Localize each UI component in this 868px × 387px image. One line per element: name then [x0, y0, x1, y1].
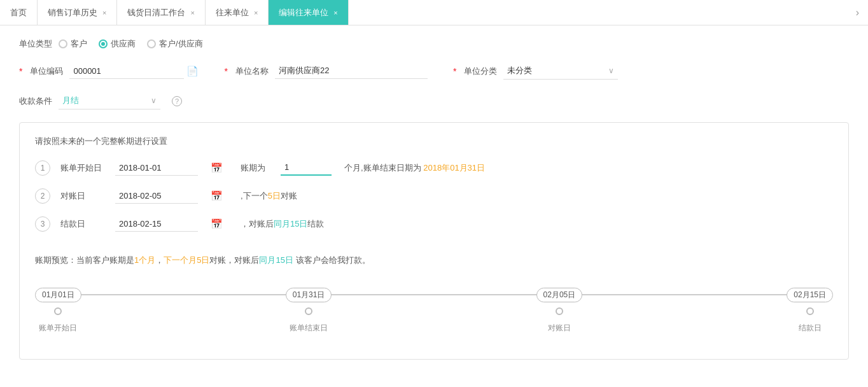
- step-date-input-2[interactable]: [115, 188, 198, 204]
- step-num-2: 2: [35, 188, 50, 204]
- payment-terms-row: 收款条件 月结 ∨ ?: [19, 92, 849, 109]
- node-circle-2: [556, 307, 563, 315]
- unit-code-input[interactable]: [69, 64, 184, 79]
- step-date-input-1[interactable]: [115, 160, 198, 176]
- page-content: 单位类型 客户供应商客户/供应商 * 单位编码 📄 * 单位名称 * 单位分类 …: [0, 25, 868, 387]
- tab-close-sales-history[interactable]: ×: [102, 9, 106, 17]
- step-desc-3: ，对账后同月15日结款: [241, 218, 324, 230]
- timeline-node-3: 02月15日 结款日: [787, 288, 833, 334]
- node-circle-0: [54, 307, 62, 315]
- steps-container: 1 账单开始日 📅 账期为 个月,账单结束日期为 2018年01月31日 2 对…: [35, 160, 833, 232]
- timeline-node-0: 01月01日 账单开始日: [35, 288, 81, 334]
- tab-cash-workbench[interactable]: 钱货日清工作台×: [117, 0, 205, 25]
- node-circle-1: [305, 307, 312, 315]
- payment-terms-label: 收款条件: [19, 95, 52, 107]
- timeline-node-2: 02月05日 对账日: [536, 288, 583, 334]
- unit-name-wrap: [275, 64, 428, 79]
- payment-terms-arrow-icon: ∨: [151, 96, 157, 105]
- unit-type-radio-group: 客户供应商客户/供应商: [59, 38, 203, 50]
- step-num-1: 1: [35, 160, 50, 176]
- node-label-2: 对账日: [548, 323, 571, 334]
- unit-category-value: 未分类: [507, 65, 605, 76]
- unit-name-input[interactable]: [275, 64, 428, 79]
- step-period-unit-1: 个月,账单结束日期为 2018年01月31日: [344, 162, 485, 174]
- preview-hl2: 下一个月5日: [164, 255, 209, 265]
- preview-hl3: 同月15日: [259, 255, 293, 265]
- calendar-icon-1[interactable]: 📅: [211, 162, 223, 174]
- timeline-wrap: 01月01日 账单开始日 01月31日 账单结束日 02月05日 对账日 02月…: [35, 281, 833, 346]
- step-label-2: 对账日: [60, 190, 105, 202]
- unit-type-label: 单位类型: [19, 38, 52, 50]
- tab-partner-units[interactable]: 往来单位×: [206, 0, 269, 25]
- step-date-input-3[interactable]: [115, 216, 198, 232]
- tab-sales-history[interactable]: 销售订单历史×: [38, 0, 117, 25]
- help-icon[interactable]: ?: [172, 96, 182, 106]
- step-row-2: 2 对账日 📅 ,下一个5日对账: [35, 188, 833, 204]
- radio-circle-supplier: [99, 39, 108, 48]
- tab-close-cash-workbench[interactable]: ×: [190, 9, 194, 17]
- node-label-1: 账单结束日: [290, 323, 328, 334]
- unit-info-row: * 单位编码 📄 * 单位名称 * 单位分类 未分类 ∨: [19, 62, 849, 80]
- calendar-icon-2[interactable]: 📅: [211, 190, 223, 202]
- name-required-star: *: [224, 66, 227, 76]
- tab-home[interactable]: 首页: [0, 0, 38, 25]
- tab-close-edit-partner[interactable]: ×: [333, 9, 337, 17]
- radio-circle-both: [147, 39, 156, 48]
- cat-required-star: *: [453, 66, 456, 76]
- radio-circle-customer: [59, 39, 67, 48]
- preview-text: 账期预览：当前客户账期是1个月，下一个月5日对账，对账后同月15日 该客户会给我…: [35, 244, 833, 266]
- radio-both[interactable]: 客户/供应商: [147, 38, 203, 50]
- unit-category-label: 单位分类: [464, 66, 497, 77]
- step-label-3: 结款日: [60, 218, 105, 230]
- payment-terms-dropdown[interactable]: 月结 ∨: [59, 92, 160, 109]
- node-date-0: 01月01日: [35, 288, 81, 302]
- radio-dot-supplier: [101, 42, 105, 46]
- step-row-1: 1 账单开始日 📅 账期为 个月,账单结束日期为 2018年01月31日: [35, 160, 833, 176]
- tab-more-button[interactable]: ›: [847, 0, 868, 25]
- node-label-0: 账单开始日: [39, 323, 77, 334]
- timeline-node-1: 01月31日 账单结束日: [286, 288, 332, 334]
- step-row-3: 3 结款日 📅 ，对账后同月15日结款: [35, 216, 833, 232]
- unit-name-label: 单位名称: [235, 66, 269, 77]
- radio-customer[interactable]: 客户: [59, 38, 87, 50]
- section-title: 请按照未来的一个完整帐期进行设置: [35, 136, 833, 147]
- step-num-3: 3: [35, 216, 50, 232]
- radio-label-supplier: 供应商: [111, 38, 136, 50]
- radio-label-both: 客户/供应商: [159, 38, 203, 50]
- calendar-icon-3[interactable]: 📅: [211, 218, 223, 230]
- unit-code-icon[interactable]: 📄: [186, 66, 199, 77]
- node-date-2: 02月05日: [536, 288, 583, 302]
- node-circle-3: [806, 307, 814, 315]
- node-date-3: 02月15日: [787, 288, 833, 302]
- tab-edit-partner[interactable]: 编辑往来单位×: [269, 0, 348, 25]
- code-required-star: *: [19, 66, 22, 76]
- step-period-input[interactable]: [281, 160, 332, 176]
- category-arrow-icon: ∨: [608, 66, 614, 75]
- unit-code-wrap: 📄: [69, 64, 199, 79]
- step-period-label-1: 账期为: [241, 162, 265, 174]
- tabs-bar: 首页销售订单历史×钱货日清工作台×往来单位×编辑往来单位×›: [0, 0, 868, 25]
- step-desc-2: ,下一个5日对账: [241, 190, 297, 202]
- preview-hl1: 1个月: [134, 255, 155, 265]
- radio-label-customer: 客户: [71, 38, 87, 50]
- radio-supplier[interactable]: 供应商: [99, 38, 136, 50]
- unit-code-label: 单位编码: [30, 66, 63, 77]
- payment-terms-value: 月结: [62, 95, 147, 106]
- tab-close-partner-units[interactable]: ×: [254, 9, 258, 17]
- unit-type-row: 单位类型 客户供应商客户/供应商: [19, 38, 849, 50]
- node-label-3: 结款日: [799, 323, 822, 334]
- timeline-nodes: 01月01日 账单开始日 01月31日 账单结束日 02月05日 对账日 02月…: [35, 288, 833, 334]
- step-label-1: 账单开始日: [60, 162, 105, 174]
- node-date-1: 01月31日: [286, 288, 332, 302]
- period-section: 请按照未来的一个完整帐期进行设置 1 账单开始日 📅 账期为 个月,账单结束日期…: [19, 122, 849, 360]
- unit-category-dropdown[interactable]: 未分类 ∨: [503, 62, 618, 80]
